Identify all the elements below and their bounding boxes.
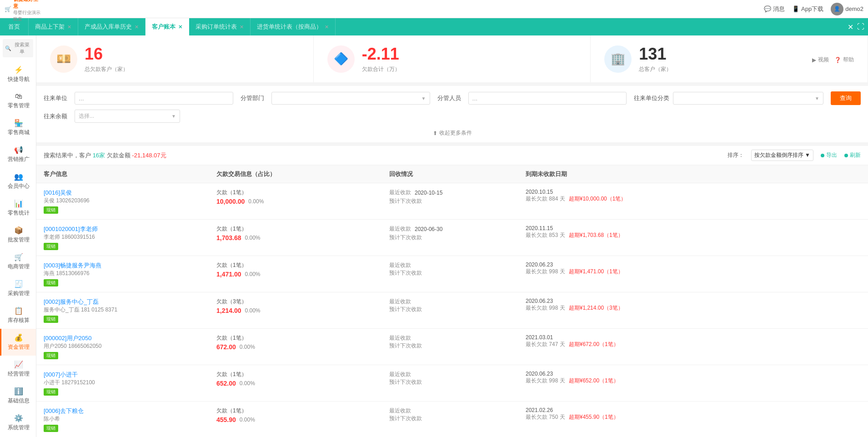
table-row: [000002]用户2050 用户2050 18665062050 现销 欠款（… <box>36 329 868 365</box>
overdue-amount-6[interactable]: 超期¥455.90（1笔） <box>569 413 619 421</box>
sidebar-item-retail-stats[interactable]: 📊 零售统计 <box>0 195 36 221</box>
filter-row-2: 往来余额 选择... ▼ <box>44 110 861 123</box>
overdue-amount-5[interactable]: 超期¥652.00（1笔） <box>569 377 619 385</box>
table-row: [0003]畅捷服务尹海燕 海燕 18513066976 现销 欠款（1笔） 1… <box>36 256 868 292</box>
source-unit-input[interactable]: ... <box>75 92 233 105</box>
ecommerce-icon: 🛒 <box>3 253 34 261</box>
close-tab-icon[interactable]: ✕ <box>67 24 71 30</box>
sidebar-item-purchase[interactable]: 🧾 采购管理 <box>0 275 36 302</box>
debt-amount-5: 652.00 <box>216 380 236 387</box>
unit-class-select[interactable]: ▼ <box>673 92 823 105</box>
tab-product-shelf[interactable]: 商品上下架 ✕ <box>29 18 78 35</box>
tab-home[interactable]: 首页 <box>0 18 29 35</box>
sidebar-item-finance[interactable]: 💰 资金管理 <box>0 329 36 356</box>
filter-person: 分管人员 ... <box>437 92 627 105</box>
sidebar-item-retail-mall[interactable]: 🏪 零售商城 <box>0 114 36 141</box>
debt-cell-6: 欠款（1笔） 455.90 0.00% <box>216 407 389 426</box>
sidebar-item-ecommerce[interactable]: 🛒 电商管理 <box>0 248 36 275</box>
customer-name-1[interactable]: [0001020001]李老师 <box>44 226 98 232</box>
person-input[interactable]: ... <box>468 92 627 105</box>
overdue-days-6: 最长欠款 750 天 <box>526 413 565 421</box>
query-btn[interactable]: 查询 <box>831 91 861 105</box>
close-tab-icon[interactable]: ✕ <box>325 24 329 30</box>
debt-customers-icon: 💴 <box>50 45 77 73</box>
recovery-next-5: 预计下次收款 <box>389 378 526 386</box>
customer-name-5[interactable]: [0007]小进干 <box>44 371 78 378</box>
overdue-cell-1: 2020.11.15 最长欠款 853 天 超期¥1,703.68（1笔） <box>526 225 861 240</box>
col-header-overdue: 到期未收款日期 <box>526 170 861 178</box>
video-help-btn[interactable]: ▶ 视频 <box>812 56 829 64</box>
tab-purchase-stats[interactable]: 采购订单统计表 ✕ <box>189 18 251 35</box>
customer-cell-3: [0002]服务中心_丁磊 服务中心_丁磊 181 0125 8371 现销 <box>44 298 216 323</box>
collapse-btn[interactable]: ⬆ 收起更多条件 <box>44 127 861 139</box>
filter-dept: 分管部门 ▼ <box>241 92 430 105</box>
sidebar-item-quick-nav[interactable]: ⚡ 快捷导航 <box>0 61 36 88</box>
col-header-debt: 欠款交易信息（占比） <box>216 170 389 178</box>
sidebar-search-btn[interactable]: 🔍 搜索菜单 <box>3 39 33 57</box>
overdue-amount-1[interactable]: 超期¥1,703.68（1笔） <box>569 231 623 239</box>
debt-count-5: 欠款（1笔） <box>216 371 389 378</box>
sort-select[interactable]: 按欠款金额倒序排序 ▼ <box>751 150 813 161</box>
message-btn[interactable]: 💬 消息 <box>764 5 785 13</box>
customer-name-4[interactable]: [000002]用户2050 <box>44 335 92 342</box>
debt-customers-label: 总欠款客户（家） <box>85 65 128 73</box>
sidebar-item-inventory[interactable]: 📋 库存核算 <box>0 302 36 329</box>
overdue-amount-2[interactable]: 超期¥1,471.00（1笔） <box>569 268 623 276</box>
content-area: 💴 16 总欠款客户（家） 🔷 -2.11 欠款合计（万） 🏢 131 总客户（… <box>36 35 868 437</box>
overdue-amount-4[interactable]: 超期¥672.00（1笔） <box>569 341 619 348</box>
close-tab-icon[interactable]: ✕ <box>178 24 182 30</box>
debt-amount-6: 455.90 <box>216 416 236 423</box>
tab-fullscreen-btn[interactable]: ⛶ <box>857 23 864 31</box>
sidebar-item-retail-mgmt[interactable]: 🛍 零售管理 <box>0 88 36 114</box>
table-row: [0006]去下粮仓 陈小希 现销 欠款（1笔） 455.90 0.00% 最近… <box>36 402 868 437</box>
tab-stock-stats[interactable]: 进货单统计表（按商品） ✕ <box>251 18 336 35</box>
user-menu[interactable]: 👤 demo2 <box>831 3 863 15</box>
customer-phone-3: 服务中心_丁磊 181 0125 8371 <box>44 306 216 314</box>
retail-mall-icon: 🏪 <box>3 119 34 127</box>
tab-production-history[interactable]: 产成品入库单历史 ✕ <box>78 18 146 35</box>
tab-customer-account[interactable]: 客户账本 ✕ <box>146 18 189 35</box>
close-tab-icon[interactable]: ✕ <box>240 24 244 30</box>
stat-info-total-debt: -2.11 欠款合计（万） <box>362 45 400 73</box>
table-container: 客户信息 欠款交易信息（占比） 回收情况 到期未收款日期 [0016]吴俊 吴俊… <box>36 166 868 437</box>
overdue-cell-3: 2020.06.23 最长欠款 998 天 超期¥1,214.00（3笔） <box>526 298 861 313</box>
app-download-btn[interactable]: 📱 App下载 <box>792 5 823 13</box>
customer-name-3[interactable]: [0002]服务中心_丁磊 <box>44 298 99 305</box>
col-header-customer: 客户信息 <box>44 170 216 178</box>
customer-name-2[interactable]: [0003]畅捷服务尹海燕 <box>44 262 101 269</box>
sidebar-item-system[interactable]: ⚙️ 系统管理 <box>0 409 36 436</box>
customer-name-0[interactable]: [0016]吴俊 <box>44 189 72 196</box>
app-name: 畅捷通好生意 <box>13 0 41 10</box>
filter-unit-class: 往来单位分类 ▼ <box>634 92 823 105</box>
debt-cell-5: 欠款（1笔） 652.00 0.00% <box>216 371 389 389</box>
tab-bar-end: ✕ ⛶ <box>848 23 868 31</box>
customer-name-6[interactable]: [0006]去下粮仓 <box>44 407 84 414</box>
export-btn[interactable]: 导出 <box>821 151 837 159</box>
help-btn[interactable]: ❓ 帮助 <box>834 56 854 64</box>
sidebar-item-operations[interactable]: 📈 经营管理 <box>0 356 36 382</box>
customer-phone-0: 吴俊 13026203696 <box>44 197 216 205</box>
refresh-btn[interactable]: 刷新 <box>844 151 861 159</box>
main-layout: 🔍 搜索菜单 ⚡ 快捷导航 🛍 零售管理 🏪 零售商城 📢 营销推广 👥 会员中… <box>0 35 868 437</box>
balance-select[interactable]: 选择... ▼ <box>75 110 180 123</box>
recovery-next-3: 预计下次收款 <box>389 306 526 313</box>
customer-phone-4: 用户2050 18665062050 <box>44 342 216 350</box>
sidebar-item-batch-mgmt[interactable]: 📦 批发管理 <box>0 221 36 248</box>
sidebar-item-basic-info[interactable]: ℹ️ 基础信息 <box>0 382 36 409</box>
sidebar-item-member[interactable]: 👥 会员中心 <box>0 168 36 195</box>
stats-bar: 💴 16 总欠款客户（家） 🔷 -2.11 欠款合计（万） 🏢 131 总客户（… <box>36 35 868 82</box>
debt-amount-0: 10,000.00 <box>216 198 245 205</box>
overdue-amount-0[interactable]: 超期¥10,000.00（1笔） <box>569 195 627 203</box>
sidebar-item-marketing[interactable]: 📢 营销推广 <box>0 141 36 168</box>
tab-close-all-btn[interactable]: ✕ <box>848 23 853 31</box>
debt-ratio-4: 0.00% <box>240 344 255 350</box>
person-label: 分管人员 <box>437 94 465 102</box>
overdue-amount-3[interactable]: 超期¥1,214.00（3笔） <box>569 304 623 312</box>
search-icon: 🔍 <box>5 45 11 51</box>
recovery-latest-4: 最近收款 <box>389 334 526 342</box>
close-tab-icon[interactable]: ✕ <box>135 24 139 30</box>
sidebar: 🔍 搜索菜单 ⚡ 快捷导航 🛍 零售管理 🏪 零售商城 📢 营销推广 👥 会员中… <box>0 35 36 437</box>
stat-card-total-debt: 🔷 -2.11 欠款合计（万） <box>314 35 591 82</box>
overdue-days-5: 最长欠款 998 天 <box>526 377 565 385</box>
dept-select[interactable]: ▼ <box>271 92 430 105</box>
